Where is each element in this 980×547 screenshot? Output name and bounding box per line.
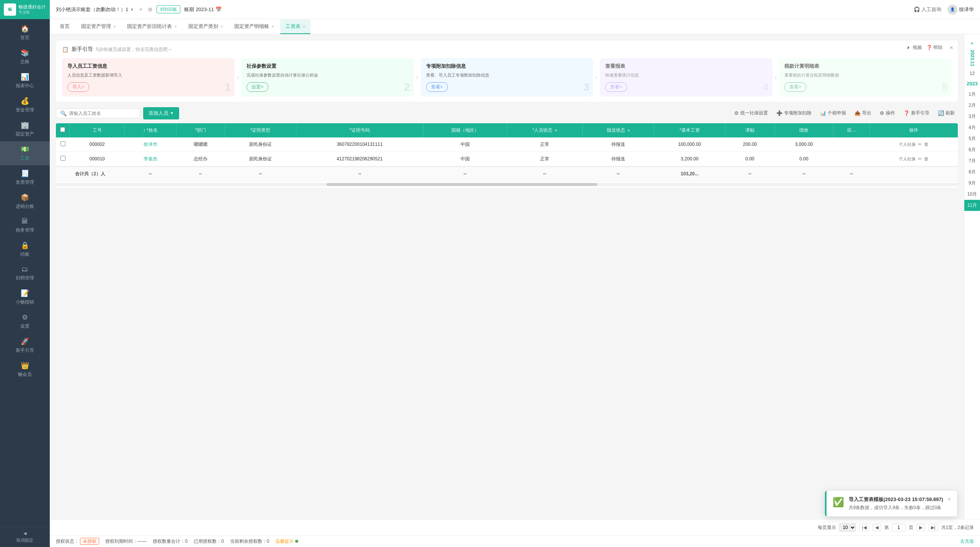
step-btn-3[interactable]: 查看> [426,82,448,92]
month-item-7月[interactable]: 7月 [964,155,980,167]
sidebar-item-invoices[interactable]: 🧾 发票管理 [0,165,50,189]
col-name[interactable]: ↕ *姓名 [125,123,176,137]
sidebar-item-expense[interactable]: 📝 小畅报销 [0,285,50,309]
col-submit-status[interactable]: 报送状态 ▾ [583,123,654,137]
sidebar-item-closing[interactable]: 🔒 结账 [0,237,50,261]
page-input[interactable] [892,524,906,531]
sidebar-item-inventory[interactable]: 📦 进销台账 [0,189,50,214]
row-nat-1: 中国 [423,152,507,167]
sidebar-item-guide[interactable]: 🚀 新手引导 [0,333,50,358]
month-item-4月[interactable]: 4月 [964,122,980,133]
go-auth-link[interactable]: 去充值 [960,538,974,545]
sidebar-item-tax[interactable]: 🏛 税务管理 [0,214,50,237]
guide-close-button[interactable]: × [950,44,953,51]
sidebar: 畅 畅捷通好会计 专业版 🏠 首页📚 总账📊 报表中心💰 资金管理🏢 固定资产💵… [0,0,50,547]
next-page-button[interactable]: ▶ [916,524,925,531]
table-footer-row: 合计共（2）人 -- -- -- -- -- -- -- 103,20... -… [56,167,958,181]
op-edit-1[interactable]: ✏ [918,156,922,162]
step-title-2: 社保参数设置 [247,63,408,70]
step-btn-5[interactable]: 查看> [784,82,806,92]
month-item-2023[interactable]: 2023 [964,78,980,89]
toolbar-导出[interactable]: 📤 导出 [851,108,874,118]
toolbar-个税申报[interactable]: 📊 个税申报 [817,108,849,118]
month-item-3月[interactable]: 3月 [964,111,980,122]
month-item-12[interactable]: 12 [964,69,980,78]
toolbar-刷新[interactable]: 🔄 刷新 [935,108,958,118]
guide-box: ⏵ 视频 ❓ 帮助 × 📋 新手引导 5步快速完成设置，快去完善信息吧～ 1 导… [56,41,958,102]
first-page-button[interactable]: |◀ [859,524,869,531]
sidebar-item-label: 报表中心 [16,83,34,89]
step-btn-4[interactable]: 查看> [605,82,627,92]
company-name[interactable]: 刘小艳演示账套（勿删勿动！）1 ▼ [56,6,134,13]
select-all-header[interactable] [56,123,70,137]
step-btn-1[interactable]: 导入> [67,82,89,92]
month-item-1月[interactable]: 1月 [964,89,980,100]
add-account-button[interactable]: ＋ [138,5,144,13]
op-delete-0[interactable]: 🗑 [924,142,929,147]
version-switch-button[interactable]: 切到旧版 [157,5,180,13]
toolbar-专项附加扣除[interactable]: ➕ 专项附加扣除 [773,108,815,118]
row-checkbox-1[interactable] [56,152,70,167]
sidebar-item-archive[interactable]: 🗂 归档管理 [0,261,50,285]
toolbar-统一社保设置[interactable]: ⚙ 统一社保设置 [731,108,771,118]
month-item-11月[interactable]: 11月 [964,200,980,211]
row-checkbox-0[interactable] [56,137,70,152]
op-social-0[interactable]: 个人社保 [899,142,916,147]
salary-icon: 💵 [21,145,29,153]
toolbar-操作[interactable]: ⚙ 操作 [877,108,898,118]
sidebar-item-funds[interactable]: 💰 资金管理 [0,93,50,117]
tab-close-detail[interactable]: × [271,24,274,29]
sidebar-item-reports[interactable]: 📊 报表中心 [0,69,50,93]
month-item-8月[interactable]: 8月 [964,167,980,178]
tab-category[interactable]: 固定资产类别× [183,20,228,34]
tab-home[interactable]: 首页 [54,20,75,34]
tab-detail[interactable]: 固定资产明细账× [229,20,279,34]
add-person-button[interactable]: 添加人员 ▼ [143,107,179,119]
prev-page-button[interactable]: ◀ [872,524,881,531]
guide-video-link[interactable]: ⏵ 视频 [906,44,921,51]
select-all-checkbox[interactable] [60,127,65,132]
row-name-1[interactable]: 李俊杰 [125,152,176,167]
tab-close-depreciation[interactable]: × [174,24,176,29]
tab-close-category[interactable]: × [220,24,223,29]
month-item-2月[interactable]: 2月 [964,100,980,111]
tab-salary[interactable]: 工资表× [280,20,310,34]
tab-close-salary[interactable]: × [303,24,305,29]
settings-icon[interactable]: ⚙ [148,7,153,13]
panel-collapse-arrow[interactable]: « [969,38,975,47]
guide-help-link[interactable]: ❓ 帮助 [926,44,942,51]
tab-fixed_assets[interactable]: 固定资产管理× [76,20,121,34]
tab-close-fixed_assets[interactable]: × [113,24,116,29]
inventory-icon: 📦 [21,193,29,202]
sidebar-item-home[interactable]: 🏠 首页 [0,21,50,45]
col-status[interactable]: *人员状态 ▾ [507,123,583,137]
last-page-button[interactable]: ▶| [928,524,938,531]
row-op-1: 个人社保 ✏ 🗑 [870,152,958,167]
month-item-5月[interactable]: 5月 [964,133,980,144]
page-size-select[interactable]: 10 20 50 [839,523,856,532]
user-profile[interactable]: 👤 徐泽华 [947,5,974,15]
sidebar-item-ledger[interactable]: 📚 总账 [0,45,50,69]
tab-depreciation[interactable]: 固定资产折旧统计表× [122,20,182,34]
horizontal-scrollbar[interactable] [56,183,958,186]
step-btn-2[interactable]: 设置> [247,82,268,92]
consult-button[interactable]: 🎧 人工咨询 [914,6,941,13]
current-period-label[interactable]: 2023.11 [970,47,975,69]
sidebar-item-settings[interactable]: ⚙ 设置 [0,309,50,333]
toolbar-新手引导[interactable]: ❓ 新手引导 [900,108,933,118]
month-item-9月[interactable]: 9月 [964,178,980,189]
guide-title: 📋 新手引导 5步快速完成设置，快去完善信息吧～ [62,46,952,53]
op-edit-0[interactable]: ✏ [918,142,922,147]
sidebar-item-fixed_assets[interactable]: 🏢 固定资产 [0,117,50,141]
month-item-10月[interactable]: 10月 [964,189,980,200]
search-input[interactable] [69,111,136,116]
op-social-1[interactable]: 个人社保 [899,156,916,162]
toast-close-button[interactable]: × [948,496,951,502]
op-delete-1[interactable]: 🗑 [924,156,929,162]
row-name-0[interactable]: 徐泽华 [125,137,176,152]
month-item-6月[interactable]: 6月 [964,144,980,155]
sidebar-item-salary[interactable]: 💵 工资 [0,141,50,165]
sidebar-item-member[interactable]: 👑 畅会员 [0,358,50,382]
calendar-icon[interactable]: 📅 [216,7,222,12]
sidebar-cancel-fixed[interactable]: ◀ 取消固定 [0,527,50,547]
